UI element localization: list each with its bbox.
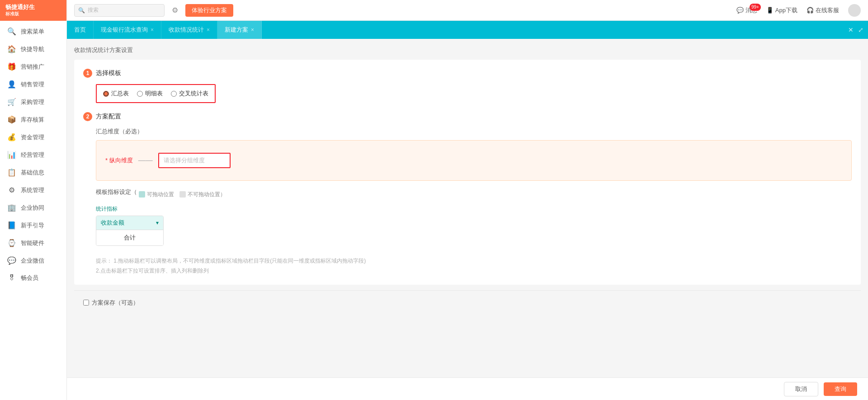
sidebar-nav: 🔍搜索菜单🏠快捷导航🎁营销推广👤销售管理🛒采购管理📦库存核算💰资金管理📊经营管理…	[0, 21, 66, 400]
section1-num: 1	[83, 69, 92, 78]
radio-cross-label: 交叉统计表	[179, 89, 208, 98]
sidebar-item-search-menu[interactable]: 🔍搜索菜单	[0, 23, 66, 40]
save-plan-label: 方案保存（可选）	[92, 299, 139, 307]
quick-nav-label: 快捷导航	[21, 45, 44, 53]
section2-header: 2 方案配置	[83, 112, 852, 121]
sidebar-item-member[interactable]: 🎖畅会员	[0, 269, 66, 287]
guide-icon: 📘	[7, 221, 16, 230]
notification-btn[interactable]: 💬 消息 99+	[736, 6, 757, 14]
metrics-row-total: 合计	[96, 230, 163, 245]
basic-info-label: 基础信息	[21, 169, 44, 177]
metrics-table: 收款金额 ▾ 合计	[96, 216, 164, 246]
system-icon: ⚙	[7, 186, 16, 194]
sidebar-item-purchase[interactable]: 🛒采购管理	[0, 93, 66, 111]
sidebar-item-enterprise[interactable]: 🏢企业协同	[0, 199, 66, 216]
enterprise-label: 企业协同	[21, 204, 44, 212]
close-all-icon[interactable]: ✕	[848, 26, 854, 33]
inventory-label: 库存核算	[21, 116, 44, 124]
radio-summary[interactable]: 汇总表	[103, 89, 129, 98]
settings-icon[interactable]: ⚙	[172, 6, 178, 14]
search-menu-label: 搜索菜单	[21, 28, 44, 36]
metrics-label: 模板指标设定（	[96, 188, 137, 196]
tabbar: 首页 现金银行流水查询 × 收款情况统计 × 新建方案 × ✕ ⤢	[67, 21, 868, 39]
sidebar-item-system[interactable]: ⚙系统管理	[0, 181, 66, 199]
sidebar-logo: 畅捷通好生 标准版	[0, 0, 66, 21]
quick-nav-icon: 🏠	[7, 45, 16, 53]
dimension-area: * 纵向维度 —— 请选择分组维度	[96, 140, 852, 181]
sidebar-item-guide[interactable]: 📘新手引导	[0, 216, 66, 234]
smart-hw-icon: ⌚	[7, 239, 16, 247]
search-menu-icon: 🔍	[7, 27, 16, 36]
radio-detail-input[interactable]	[137, 91, 143, 97]
download-icon: 📱	[766, 7, 774, 14]
avatar[interactable]	[848, 4, 861, 17]
save-plan-input[interactable]	[83, 300, 89, 306]
nodrag-legend-dot	[179, 191, 186, 198]
notification-badge: 99+	[750, 4, 761, 11]
tab-bank-flow-close[interactable]: ×	[151, 27, 154, 33]
radio-cross-input[interactable]	[171, 91, 177, 97]
topbar: 🔍 搜索 ⚙ 体验行业方案 💬 消息 99+ 📱 App下载 🎧 在线客服	[67, 0, 868, 21]
dimension-selector[interactable]: 请选择分组维度	[158, 153, 231, 168]
sales-icon: 👤	[7, 80, 16, 89]
topbar-right: 💬 消息 99+ 📱 App下载 🎧 在线客服	[736, 4, 861, 17]
wechat-icon: 💬	[7, 256, 16, 265]
logo-sub: 标准版	[5, 11, 35, 17]
app-download-btn[interactable]: 📱 App下载	[766, 6, 797, 14]
cancel-button[interactable]: 取消	[784, 382, 818, 396]
sidebar-item-operations[interactable]: 📊经营管理	[0, 146, 66, 164]
radio-cross[interactable]: 交叉统计表	[171, 89, 208, 98]
sidebar-item-quick-nav[interactable]: 🏠快捷导航	[0, 40, 66, 58]
section2-num: 2	[83, 112, 92, 121]
arrow-icon: ——	[138, 156, 153, 165]
logo-text: 畅捷通好生	[5, 4, 35, 11]
industry-btn[interactable]: 体验行业方案	[185, 4, 233, 17]
sidebar-item-sales[interactable]: 👤销售管理	[0, 75, 66, 93]
purchase-label: 采购管理	[21, 98, 44, 106]
sidebar: 畅捷通好生 标准版 🔍搜索菜单🏠快捷导航🎁营销推广👤销售管理🛒采购管理📦库存核算…	[0, 0, 67, 400]
action-bar: 取消 查询	[67, 377, 868, 400]
wechat-label: 企业微信	[21, 257, 44, 265]
radio-summary-input[interactable]	[103, 91, 109, 97]
sidebar-item-smart-hw[interactable]: ⌚智能硬件	[0, 234, 66, 252]
tab-new-plan-close[interactable]: ×	[251, 27, 254, 33]
metrics-header-inner: 收款金额 ▾	[101, 219, 159, 227]
dimension-placeholder: 请选择分组维度	[164, 156, 205, 165]
basic-info-icon: 📋	[7, 168, 16, 177]
sidebar-item-inventory[interactable]: 📦库存核算	[0, 111, 66, 128]
sidebar-item-marketing[interactable]: 🎁营销推广	[0, 58, 66, 75]
radio-summary-label: 汇总表	[111, 89, 129, 98]
enterprise-icon: 🏢	[7, 203, 16, 212]
tab-new-plan[interactable]: 新建方案 ×	[217, 21, 262, 39]
marketing-icon: 🎁	[7, 62, 16, 71]
search-placeholder: 搜索	[88, 6, 99, 14]
save-plan-checkbox[interactable]: 方案保存（可选）	[83, 299, 139, 307]
draggable-legend-dot	[139, 191, 145, 198]
tab-payment-stats-close[interactable]: ×	[207, 27, 210, 33]
system-label: 系统管理	[21, 186, 44, 194]
sidebar-item-wechat[interactable]: 💬企业微信	[0, 252, 66, 269]
search-box[interactable]: 🔍 搜索	[74, 4, 165, 17]
member-label: 畅会员	[21, 274, 38, 282]
tab-home-label: 首页	[74, 26, 86, 34]
tab-payment-stats[interactable]: 收款情况统计 ×	[161, 21, 217, 39]
tab-bank-flow[interactable]: 现金银行流水查询 ×	[94, 21, 161, 39]
vertical-dim-label: * 纵向维度	[105, 156, 133, 165]
support-btn[interactable]: 🎧 在线客服	[807, 6, 839, 14]
sidebar-item-finance[interactable]: 💰资金管理	[0, 128, 66, 146]
content-area: 收款情况统计方案设置 1 选择模板 汇总表 明细表	[67, 39, 868, 377]
finance-label: 资金管理	[21, 133, 44, 141]
main-card: 1 选择模板 汇总表 明细表	[74, 60, 861, 285]
purchase-icon: 🛒	[7, 98, 16, 106]
section2-title: 方案配置	[96, 113, 121, 121]
sidebar-item-basic-info[interactable]: 📋基础信息	[0, 164, 66, 181]
smart-hw-label: 智能硬件	[21, 239, 44, 247]
tab-home[interactable]: 首页	[67, 21, 94, 39]
maximize-icon[interactable]: ⤢	[858, 26, 863, 33]
tip-2: 2.点击标题栏下拉可设置排序、插入列和删除列	[96, 266, 852, 276]
radio-group: 汇总表 明细表 交叉统计表	[103, 89, 208, 98]
radio-detail-label: 明细表	[145, 89, 163, 98]
chevron-down-icon[interactable]: ▾	[156, 220, 159, 226]
radio-detail[interactable]: 明细表	[137, 89, 163, 98]
query-button[interactable]: 查询	[824, 382, 857, 396]
